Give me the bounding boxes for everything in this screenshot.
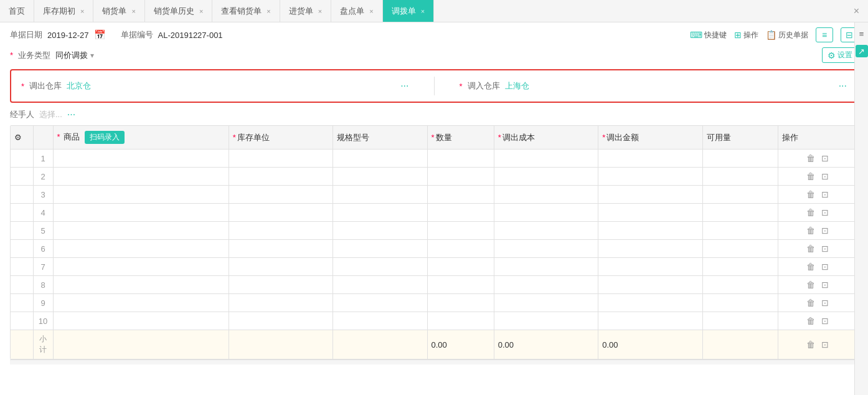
row-spec-cell-8[interactable]	[333, 276, 427, 294]
row-amount-cell-2[interactable]	[598, 168, 703, 186]
row-amount-cell-4[interactable]	[598, 204, 703, 222]
row-unit-cell-10[interactable]	[229, 312, 333, 330]
row-delete-btn-8[interactable]: 🗑	[804, 280, 817, 290]
tab-transfer-order[interactable]: 调拨单 ×	[383, 0, 434, 22]
row-delete-btn-5[interactable]: 🗑	[804, 226, 817, 236]
tab-close-view-sales[interactable]: ×	[267, 7, 270, 15]
window-close-button[interactable]: ×	[845, 6, 868, 17]
row-delete-btn-6[interactable]: 🗑	[804, 244, 817, 254]
row-unit-cell-4[interactable]	[229, 204, 333, 222]
row-qty-cell-3[interactable]	[427, 186, 494, 204]
row-delete-btn-9[interactable]: 🗑	[804, 298, 817, 308]
row-spec-cell-2[interactable]	[333, 168, 427, 186]
row-cost-cell-10[interactable]	[494, 312, 598, 330]
row-amount-cell-6[interactable]	[598, 240, 703, 258]
operation-btn[interactable]: ⊞ 操作	[734, 30, 758, 40]
row-amount-cell-5[interactable]	[598, 222, 703, 240]
row-copy-btn-5[interactable]: ⊡	[819, 226, 831, 236]
sidebar-list-icon[interactable]: ≡	[856, 27, 868, 40]
tab-close-transfer-order[interactable]: ×	[421, 7, 425, 15]
row-product-cell-5[interactable]	[53, 222, 229, 240]
row-cost-cell-4[interactable]	[494, 204, 598, 222]
row-amount-cell-7[interactable]	[598, 258, 703, 276]
row-cost-cell-8[interactable]	[494, 276, 598, 294]
row-product-cell-6[interactable]	[53, 240, 229, 258]
row-qty-cell-8[interactable]	[427, 276, 494, 294]
calendar-icon[interactable]: 📅	[94, 29, 106, 40]
row-copy-btn-10[interactable]: ⊡	[819, 316, 831, 326]
warehouse-out-more-icon[interactable]: ···	[400, 80, 408, 92]
row-unit-cell-6[interactable]	[229, 240, 333, 258]
row-qty-cell-9[interactable]	[427, 294, 494, 312]
row-product-cell-4[interactable]	[53, 204, 229, 222]
settings-button[interactable]: ⚙ 设置	[822, 47, 858, 63]
row-unit-cell-1[interactable]	[229, 150, 333, 168]
row-spec-cell-1[interactable]	[333, 150, 427, 168]
handler-more-icon[interactable]: ···	[67, 109, 75, 120]
row-copy-btn-6[interactable]: ⊡	[819, 244, 831, 254]
row-qty-cell-7[interactable]	[427, 258, 494, 276]
row-amount-cell-8[interactable]	[598, 276, 703, 294]
row-spec-cell-9[interactable]	[333, 294, 427, 312]
scan-barcode-btn[interactable]: 扫码录入	[85, 131, 125, 144]
row-qty-cell-4[interactable]	[427, 204, 494, 222]
business-type-select[interactable]: 同价调拨 ▾	[55, 50, 130, 61]
row-product-cell-2[interactable]	[53, 168, 229, 186]
row-delete-btn-2[interactable]: 🗑	[804, 171, 817, 181]
row-spec-cell-4[interactable]	[333, 204, 427, 222]
row-qty-cell-6[interactable]	[427, 240, 494, 258]
row-amount-cell-10[interactable]	[598, 312, 703, 330]
warehouse-in-more-icon[interactable]: ···	[839, 80, 847, 92]
tab-close-inventory-init[interactable]: ×	[80, 7, 84, 15]
row-unit-cell-9[interactable]	[229, 294, 333, 312]
tab-inventory-check[interactable]: 盘点单 ×	[331, 0, 382, 22]
row-copy-btn-9[interactable]: ⊡	[819, 298, 831, 308]
warehouse-out-value[interactable]: 北京仓	[67, 80, 91, 92]
tab-close-sales-history[interactable]: ×	[199, 7, 203, 15]
th-gear[interactable]: ⚙	[11, 126, 33, 150]
row-cost-cell-3[interactable]	[494, 186, 598, 204]
row-copy-btn-4[interactable]: ⊡	[819, 207, 831, 217]
row-product-cell-9[interactable]	[53, 294, 229, 312]
row-delete-btn-7[interactable]: 🗑	[804, 262, 817, 272]
sidebar-export-icon[interactable]: ↗	[856, 45, 868, 57]
tab-close-inventory-check[interactable]: ×	[369, 7, 373, 15]
tab-close-sales-order[interactable]: ×	[131, 7, 135, 15]
tab-sales-history[interactable]: 销货单历史 ×	[145, 0, 212, 22]
row-copy-btn-2[interactable]: ⊡	[819, 171, 831, 181]
tab-view-sales[interactable]: 查看销货单 ×	[212, 0, 280, 22]
list-view-btn[interactable]: ≡	[816, 27, 833, 42]
row-product-cell-1[interactable]	[53, 150, 229, 168]
row-amount-cell-9[interactable]	[598, 294, 703, 312]
handler-input[interactable]: 选择...	[39, 109, 62, 120]
row-unit-cell-5[interactable]	[229, 222, 333, 240]
row-cost-cell-1[interactable]	[494, 150, 598, 168]
row-qty-cell-2[interactable]	[427, 168, 494, 186]
row-product-cell-7[interactable]	[53, 258, 229, 276]
row-product-cell-3[interactable]	[53, 186, 229, 204]
row-amount-cell-1[interactable]	[598, 150, 703, 168]
row-qty-cell-1[interactable]	[427, 150, 494, 168]
row-cost-cell-2[interactable]	[494, 168, 598, 186]
row-amount-cell-3[interactable]	[598, 186, 703, 204]
row-delete-btn-3[interactable]: 🗑	[804, 189, 817, 199]
row-delete-btn-10[interactable]: 🗑	[804, 316, 817, 326]
row-copy-btn-8[interactable]: ⊡	[819, 280, 831, 290]
row-spec-cell-5[interactable]	[333, 222, 427, 240]
row-unit-cell-3[interactable]	[229, 186, 333, 204]
subtotal-delete-btn[interactable]: 🗑	[804, 340, 817, 350]
row-unit-cell-7[interactable]	[229, 258, 333, 276]
row-unit-cell-2[interactable]	[229, 168, 333, 186]
row-unit-cell-8[interactable]	[229, 276, 333, 294]
shortcut-btn[interactable]: ⌨ 快捷键	[690, 30, 727, 40]
history-btn[interactable]: 📋 历史单据	[766, 30, 808, 40]
row-spec-cell-6[interactable]	[333, 240, 427, 258]
row-spec-cell-3[interactable]	[333, 186, 427, 204]
tab-inventory-init[interactable]: 库存期初 ×	[34, 0, 93, 22]
row-cost-cell-5[interactable]	[494, 222, 598, 240]
warehouse-in-value[interactable]: 上海仓	[505, 80, 529, 92]
row-qty-cell-10[interactable]	[427, 312, 494, 330]
row-delete-btn-4[interactable]: 🗑	[804, 207, 817, 217]
row-copy-btn-7[interactable]: ⊡	[819, 262, 831, 272]
row-product-cell-8[interactable]	[53, 276, 229, 294]
